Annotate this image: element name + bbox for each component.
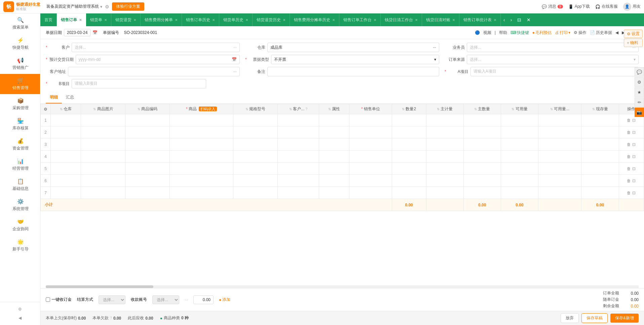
row-1-customer-code[interactable] — [277, 114, 319, 126]
row-7-qty2[interactable] — [392, 187, 426, 199]
row-3-spec[interactable] — [233, 138, 278, 151]
row-4-unit[interactable] — [349, 151, 392, 163]
sidebar-item-purchase[interactable]: 📦 采购管理 — [0, 94, 40, 114]
delete-icon[interactable]: 🗑 — [627, 191, 631, 195]
th-settings[interactable]: ⚙ — [41, 104, 51, 114]
th-qty2[interactable]: ⇅ 数量2 — [392, 104, 426, 114]
row-6-qty2[interactable] — [392, 175, 426, 187]
row-5-customer-code[interactable] — [277, 163, 319, 175]
row-3-qty2[interactable] — [392, 138, 426, 151]
row-6-product[interactable] — [170, 175, 233, 187]
tab-home[interactable]: 首页 — [40, 13, 57, 26]
copy-icon[interactable]: ⊡ — [632, 166, 636, 171]
row-1-spec[interactable] — [233, 114, 278, 126]
tab-close-icon[interactable]: ✕ — [283, 18, 286, 22]
row-1-attribute[interactable] — [319, 114, 349, 126]
th-spec[interactable]: ⇅ 规格型号 — [233, 104, 278, 114]
row-2-qty2[interactable] — [392, 126, 426, 138]
row-1-main-unit[interactable] — [426, 114, 463, 126]
delete-icon[interactable]: 🗑 — [627, 166, 631, 171]
row-2-attribute[interactable] — [319, 126, 349, 138]
row-1-available[interactable] — [501, 114, 538, 126]
print-button[interactable]: 🖨 打印 ▾ — [555, 30, 570, 36]
sidebar-item-finance[interactable]: 💰 资金管理 — [0, 134, 40, 155]
row-7-stock[interactable] — [581, 187, 619, 199]
th-stock[interactable]: ⇅ 现存量 — [581, 104, 619, 114]
row-5-main-unit[interactable] — [426, 163, 463, 175]
copy-icon[interactable]: ⊡ — [632, 154, 636, 159]
row-2-unit[interactable] — [349, 126, 392, 138]
row-6-spec[interactable] — [233, 175, 278, 187]
operation-button[interactable]: ⚙ 操作 — [574, 30, 586, 36]
discard-button[interactable]: 放弃 — [561, 313, 579, 323]
tab-detail[interactable]: 明细 — [46, 92, 62, 104]
settings-button[interactable]: ⚙ 设置 — [624, 30, 643, 38]
row-4-available[interactable] — [501, 151, 538, 163]
row-4-main-unit[interactable] — [426, 151, 463, 163]
tab-sales-expense-split[interactable]: 销售费用分摊单 ✕ — [141, 13, 182, 26]
tab-sales-return-history[interactable]: 销货单历史 ✕ — [219, 13, 253, 26]
row-7-warehouse[interactable] — [51, 187, 81, 199]
a-project-input[interactable]: 请输入A项目 — [470, 67, 639, 76]
row-5-image[interactable] — [81, 163, 125, 175]
th-main-unit[interactable]: ⇅ 主计量 — [426, 104, 463, 114]
th-product[interactable]: * 商品 扫码录入 — [170, 104, 233, 114]
tab-cash-daily-workbench[interactable]: 钱贷日清工作台 ✕ — [381, 13, 422, 26]
row-2-code[interactable] — [125, 126, 170, 138]
row-6-stock[interactable] — [581, 175, 619, 187]
tab-close-icon[interactable]: ✕ — [212, 18, 215, 22]
row-3-available2[interactable] — [538, 138, 581, 151]
row-1-product[interactable] — [170, 114, 233, 126]
row-6-main-unit[interactable] — [426, 175, 463, 187]
delete-icon[interactable]: 🗑 — [627, 118, 631, 123]
warehouse-input[interactable]: 成品库 ··· — [267, 43, 439, 52]
row-5-unit[interactable] — [349, 163, 392, 175]
th-main-qty[interactable]: ⇅ 主数量 — [463, 104, 501, 114]
sidebar-item-inventory[interactable]: 🏪 库存核算 — [0, 114, 40, 134]
row-4-main-qty[interactable] — [463, 151, 501, 163]
sidebar-item-system[interactable]: ⚙️ 系统管理 — [0, 195, 40, 215]
row-3-unit[interactable] — [349, 138, 392, 151]
tab-sales-order-history[interactable]: 销售订单历史 ✕ — [182, 13, 219, 26]
help-button[interactable]: 帮助 — [499, 30, 507, 36]
row-3-attribute[interactable] — [319, 138, 349, 151]
industry-solution-button[interactable]: 体验行业方案 — [112, 2, 144, 11]
row-7-main-unit[interactable] — [426, 187, 463, 199]
message-button[interactable]: 💬 消息 9 — [542, 4, 563, 9]
tab-close-icon[interactable]: ✕ — [79, 18, 82, 22]
tab-sales-summary[interactable]: 销售订单统计表 ✕ — [459, 13, 501, 26]
row-3-warehouse[interactable] — [51, 138, 81, 151]
row-6-main-qty[interactable] — [463, 175, 501, 187]
row-4-warehouse[interactable] — [51, 151, 81, 163]
row-6-unit[interactable] — [349, 175, 392, 187]
row-1-warehouse[interactable] — [51, 114, 81, 126]
delete-icon[interactable]: 🗑 — [627, 178, 631, 183]
row-7-available[interactable] — [501, 187, 538, 199]
row-5-available2[interactable] — [538, 163, 581, 175]
one-click-checkbox-input[interactable] — [46, 297, 50, 302]
delete-icon[interactable]: 🗑 — [627, 142, 631, 147]
row-4-image[interactable] — [81, 151, 125, 163]
row-2-available2[interactable] — [538, 126, 581, 138]
row-6-available2[interactable] — [538, 175, 581, 187]
save-new-button[interactable]: 保存&新增 — [610, 314, 639, 323]
row-4-customer-code[interactable] — [277, 151, 319, 163]
row-5-qty2[interactable] — [392, 163, 426, 175]
th-unit[interactable]: * 销售单位 — [349, 104, 392, 114]
order-source-input[interactable]: 选择... ▾ — [467, 55, 639, 64]
delivery-date-input[interactable]: yyyy-mm-dd 📅 — [76, 55, 240, 64]
scan-btn[interactable]: 扫码录入 — [199, 107, 217, 111]
row-6-customer-code[interactable] — [277, 175, 319, 187]
row-2-image[interactable] — [81, 126, 125, 138]
single-date-value[interactable]: 2023-03-24 — [64, 29, 90, 36]
th-image[interactable]: ⇅ 商品图片 — [81, 104, 125, 114]
row-2-available[interactable] — [501, 126, 538, 138]
row-6-attribute[interactable] — [319, 175, 349, 187]
tab-sales-refund[interactable]: 销货退货 ✕ — [111, 13, 141, 26]
save-draft-button[interactable]: 保存草稿 — [581, 313, 608, 323]
b-project-input[interactable]: 请输入B项目 — [72, 79, 206, 88]
add-item-button[interactable]: + 物料 — [624, 39, 643, 47]
row-2-warehouse[interactable] — [51, 126, 81, 138]
shortcut-btn[interactable]: ⌨ 快捷键 — [510, 30, 529, 36]
row-3-customer-code[interactable] — [277, 138, 319, 151]
